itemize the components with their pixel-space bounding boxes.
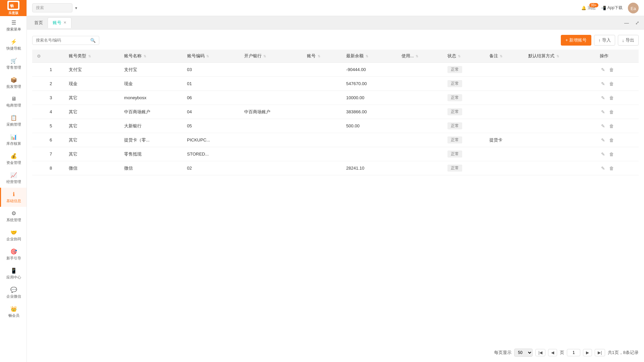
sidebar-item-beginner-guide[interactable]: 🎯 新手引导: [0, 245, 26, 264]
delete-button[interactable]: 🗑: [608, 95, 615, 101]
add-account-button[interactable]: + 新增账号: [561, 35, 591, 46]
header-dropdown[interactable]: ▾: [75, 6, 77, 10]
sidebar-item-capital-mgmt[interactable]: 💰 资金管理: [0, 149, 26, 169]
col-account-no[interactable]: 账号 ⇅: [303, 50, 342, 63]
cell-account-no: [303, 63, 342, 77]
edit-button[interactable]: ✎: [600, 151, 606, 158]
cell-bank: [240, 133, 303, 147]
col-bank[interactable]: 开户银行 ⇅: [240, 50, 303, 63]
sidebar-item-label: 基础信息: [6, 198, 21, 203]
prev-page-button[interactable]: ◀: [548, 349, 557, 356]
edit-button[interactable]: ✎: [600, 109, 606, 115]
import-button[interactable]: ↑ 导入: [594, 35, 615, 46]
cell-action: ✎ 🗑: [596, 91, 639, 105]
sidebar-item-vip-member[interactable]: 👑 畅会员: [0, 302, 26, 321]
edit-button[interactable]: ✎: [600, 95, 606, 101]
col-remark[interactable]: 备注 ⇅: [485, 50, 525, 63]
tab-home[interactable]: 首页: [30, 18, 48, 28]
sidebar-item-enterprise-wechat[interactable]: 💬 企业微信: [0, 283, 26, 302]
next-page-button[interactable]: ▶: [583, 349, 592, 356]
cell-remark: 提货卡: [485, 133, 525, 147]
export-button[interactable]: ↓ 导出: [618, 35, 639, 46]
sidebar-item-system-mgmt[interactable]: ⚙ 系统管理: [0, 207, 26, 226]
last-page-button[interactable]: ▶|: [595, 349, 605, 356]
col-latest-balance[interactable]: 最新余额 ⇅: [342, 50, 397, 63]
sidebar-item-enterprise-agreement[interactable]: 🤝 企业协同: [0, 226, 26, 245]
col-account-name[interactable]: 账号名称 ⇅: [120, 50, 183, 63]
status-badge: 正常: [447, 66, 462, 73]
cell-default-settlement: [524, 63, 595, 77]
sidebar-item-label: 系统管理: [6, 218, 21, 223]
capital-icon: 💰: [10, 153, 17, 159]
delete-button[interactable]: 🗑: [608, 80, 615, 87]
current-page-input[interactable]: [567, 349, 580, 356]
delete-button[interactable]: 🗑: [608, 123, 615, 129]
sidebar-item-label: 新手引导: [6, 256, 21, 261]
sidebar-item-inventory[interactable]: 📊 库存核算: [0, 130, 26, 149]
delete-button[interactable]: 🗑: [608, 151, 615, 158]
page-size-select[interactable]: 50 100 200: [514, 349, 533, 357]
tab-close-icon[interactable]: ✕: [63, 21, 66, 24]
sidebar-item-label: 资金管理: [6, 160, 21, 165]
search-icon[interactable]: 🔍: [90, 38, 96, 43]
app-download-button[interactable]: 📲 App下载: [601, 5, 623, 11]
sidebar-item-operation-mgmt[interactable]: 📈 经营管理: [0, 169, 26, 188]
guide-icon: 🎯: [10, 248, 17, 255]
tab-account[interactable]: 账号 ✕: [48, 17, 71, 28]
edit-button[interactable]: ✎: [600, 137, 606, 143]
notification-button[interactable]: 🔔 消息 99+: [581, 5, 596, 11]
cell-account-code: 04: [183, 105, 240, 119]
main-area: 搜索 ▾ 🔔 消息 99+ 📲 App下载 Ea 首页: [27, 0, 644, 362]
avatar[interactable]: Ea: [628, 3, 639, 13]
search-input[interactable]: [36, 38, 90, 43]
edit-button[interactable]: ✎: [600, 123, 606, 129]
sidebar-item-retail-mgmt[interactable]: 🛒 零售管理: [0, 54, 26, 73]
delete-button[interactable]: 🗑: [608, 66, 615, 73]
cell-bank: [240, 147, 303, 161]
cell-account-name: 现金: [120, 77, 183, 91]
col-account-code[interactable]: 账号编码 ⇅: [183, 50, 240, 63]
cell-usage: [397, 91, 443, 105]
sidebar-item-app-center[interactable]: 📱 应用中心: [0, 264, 26, 283]
sidebar-item-label: 电商管理: [6, 103, 21, 108]
edit-button[interactable]: ✎: [600, 80, 606, 87]
header-search-box[interactable]: 搜索: [32, 3, 72, 12]
col-index: [46, 50, 65, 63]
cell-status: 正常: [443, 77, 485, 91]
sidebar-item-basic-info[interactable]: ℹ 基础信息: [0, 188, 26, 207]
cell-settings: [32, 105, 46, 119]
enterprise-icon: 🤝: [10, 229, 17, 236]
col-default-settlement[interactable]: 默认结算方式 ⇅: [524, 50, 595, 63]
cell-default-settlement: [524, 91, 595, 105]
search-box[interactable]: 🔍: [32, 36, 99, 45]
delete-button[interactable]: 🗑: [608, 109, 615, 115]
cell-latest-balance: 500.00: [342, 119, 397, 133]
sidebar-item-quick-nav[interactable]: ⚡ 快捷导航: [0, 35, 26, 54]
sidebar-item-purchase-mgmt[interactable]: 📋 采购管理: [0, 111, 26, 130]
tab-minimize-button[interactable]: —: [623, 19, 631, 27]
status-badge: 正常: [447, 80, 462, 87]
sidebar-item-search-menu[interactable]: ☰ 搜索菜单: [0, 16, 26, 35]
tab-maximize-button[interactable]: ⤢: [633, 19, 641, 27]
sidebar-item-ecommerce-mgmt[interactable]: 🖥 电商管理: [0, 93, 26, 111]
cell-status: 正常: [443, 119, 485, 133]
cell-bank: [240, 63, 303, 77]
svg-text:Ea: Ea: [631, 6, 636, 11]
cell-usage: [397, 105, 443, 119]
edit-button[interactable]: ✎: [600, 165, 606, 172]
col-account-type[interactable]: 账号类型 ⇅: [65, 50, 120, 63]
edit-button[interactable]: ✎: [600, 66, 606, 73]
inventory-icon: 📊: [10, 134, 17, 140]
cell-account-no: [303, 119, 342, 133]
cell-account-code: 03: [183, 63, 240, 77]
cell-account-name: 支付宝: [120, 63, 183, 77]
col-status[interactable]: 状态 ⇅: [443, 50, 485, 63]
sidebar-item-wholesale-mgmt[interactable]: 📦 批发管理: [0, 73, 26, 93]
first-page-button[interactable]: |◀: [535, 349, 545, 356]
col-settings[interactable]: ⚙: [32, 50, 46, 63]
col-usage[interactable]: 使用... ⇅: [397, 50, 443, 63]
cell-latest-balance: [342, 147, 397, 161]
delete-button[interactable]: 🗑: [608, 137, 615, 143]
cell-usage: [397, 147, 443, 161]
delete-button[interactable]: 🗑: [608, 165, 615, 172]
